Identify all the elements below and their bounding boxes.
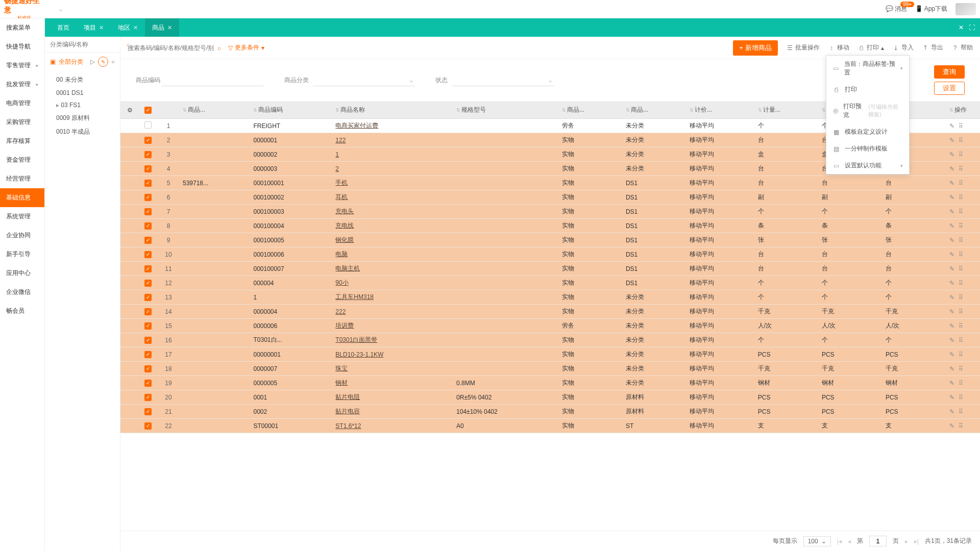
row-checkbox[interactable]: ✓ xyxy=(144,351,152,358)
edit-icon[interactable]: ✎ xyxy=(949,222,954,230)
col-settings[interactable]: ⚙ xyxy=(120,102,139,119)
more-icon[interactable]: ⠿ xyxy=(959,422,963,430)
sidebar-item[interactable]: 畅会员 xyxy=(0,302,44,320)
more-icon[interactable]: ⠿ xyxy=(959,237,963,244)
more-icon[interactable]: ⠿ xyxy=(959,265,963,272)
col-select-all[interactable]: ✓ xyxy=(139,102,157,119)
table-row[interactable]: ✓200001贴片电阻0R±5% 0402实物原材料移动平均PCSPCSPCS✎… xyxy=(120,390,980,405)
table-row[interactable]: ✓210002贴片电容104±10% 0402实物原材料移动平均PCSPCSPC… xyxy=(120,405,980,419)
product-name-link[interactable]: 培训费 xyxy=(335,322,354,329)
edit-icon[interactable]: ✎ xyxy=(949,308,954,315)
more-filters-link[interactable]: ▽ 更多条件 ▾ xyxy=(228,43,264,52)
table-row[interactable]: ✓6000100002耳机实物DS1移动平均副副副✎⠿ xyxy=(120,190,980,205)
dd-print[interactable]: ⎙打印 xyxy=(826,81,909,98)
product-name-link[interactable]: 1 xyxy=(335,151,339,158)
table-row[interactable]: ✓7000100003充电头实物DS1移动平均个个个✎⠿ xyxy=(120,205,980,219)
row-checkbox[interactable]: ✓ xyxy=(144,365,152,372)
pager-prev-icon[interactable]: ◂ xyxy=(848,538,851,545)
edit-icon[interactable]: ✎ xyxy=(949,337,954,344)
more-icon[interactable]: ⠿ xyxy=(959,322,963,330)
table-row[interactable]: ✓180000007珠宝实物未分类移动平均千克千克千克✎⠿ xyxy=(120,362,980,376)
sidebar-item[interactable]: 电商管理 xyxy=(0,94,44,113)
tree-item[interactable]: 0001 DS1 xyxy=(45,87,120,99)
tree-edit-button[interactable]: ✎ xyxy=(98,57,108,67)
edit-icon[interactable]: ✎ xyxy=(949,365,954,372)
product-name-link[interactable]: 2 xyxy=(335,165,339,172)
more-icon[interactable]: ⠿ xyxy=(959,165,963,172)
search-button[interactable]: 查询 xyxy=(934,65,965,79)
edit-icon[interactable]: ✎ xyxy=(949,137,954,144)
tree-item[interactable]: ▸ 03 FS1 xyxy=(45,99,120,111)
close-icon[interactable]: ✕ xyxy=(99,24,104,31)
row-checkbox[interactable]: ✓ xyxy=(144,265,152,272)
export-link[interactable]: ⤒导出 xyxy=(922,43,943,52)
product-name-link[interactable]: 电脑主机 xyxy=(335,265,360,272)
table-row[interactable]: ✓9000100005钢化膜实物DS1移动平均张张张✎⠿ xyxy=(120,233,980,247)
product-name-link[interactable]: 钢材 xyxy=(335,379,348,386)
dd-template-custom[interactable]: ▦模板自定义设计 xyxy=(826,123,909,140)
edit-icon[interactable]: ✎ xyxy=(949,294,954,301)
page-size-select[interactable]: 100⌄ xyxy=(803,536,831,546)
edit-icon[interactable]: ✎ xyxy=(949,280,954,287)
more-icon[interactable]: ⠿ xyxy=(959,151,963,158)
sidebar-item[interactable]: 应用中心 xyxy=(0,264,44,283)
edit-icon[interactable]: ✎ xyxy=(949,180,954,187)
sidebar-item[interactable]: 资金管理 xyxy=(0,151,44,169)
batch-ops-link[interactable]: ☰批量操作 xyxy=(786,43,820,52)
sidebar-item[interactable]: 新手引导 xyxy=(0,245,44,264)
sidebar-item[interactable]: 系统管理 xyxy=(0,207,44,226)
edit-icon[interactable]: ✎ xyxy=(949,322,954,330)
help-link[interactable]: ?帮助 xyxy=(951,43,973,52)
row-checkbox[interactable]: ✓ xyxy=(144,208,152,215)
more-icon[interactable]: ⠿ xyxy=(959,365,963,372)
app-download-link[interactable]: 📱 App下载 xyxy=(915,5,947,13)
more-icon[interactable]: ⠿ xyxy=(959,408,963,415)
row-checkbox[interactable]: ✓ xyxy=(144,237,152,244)
filter-code-input[interactable] xyxy=(162,74,264,86)
table-row[interactable]: ✓150000006培训费劳务未分类移动平均人/次人/次人/次✎⠿ xyxy=(120,319,980,333)
row-checkbox[interactable]: ✓ xyxy=(144,422,152,430)
row-checkbox[interactable]: ✓ xyxy=(144,165,152,172)
dd-print-preview[interactable]: ◎打印预览(可编辑当前模板) xyxy=(826,98,909,123)
edit-icon[interactable]: ✎ xyxy=(949,208,954,215)
product-name-link[interactable]: 充电头 xyxy=(335,208,354,215)
dd-one-minute-template[interactable]: ▤一分钟制作模板 xyxy=(826,140,909,157)
table-row[interactable]: ✓5539718...000100001手机实物DS1移动平均台台台✎⠿ xyxy=(120,176,980,190)
sidebar-item[interactable]: 采购管理 xyxy=(0,113,44,132)
row-checkbox[interactable]: ✓ xyxy=(144,222,152,230)
sidebar-item[interactable]: 库存核算 xyxy=(0,132,44,151)
tab[interactable]: 首页 xyxy=(50,18,77,37)
company-selector[interactable]: ⌄ xyxy=(54,6,63,13)
pager-next-icon[interactable]: ▸ xyxy=(905,538,908,545)
table-row[interactable]: ✓190000005钢材0.8MM实物未分类移动平均钢材钢材钢材✎⠿ xyxy=(120,376,980,390)
table-row[interactable]: ✓11000100007电脑主机实物DS1移动平均台台台✎⠿ xyxy=(120,262,980,276)
row-checkbox[interactable]: ✓ xyxy=(144,180,152,187)
edit-icon[interactable]: ✎ xyxy=(949,408,954,415)
column-header[interactable]: ⇅规格型号 xyxy=(453,102,559,119)
import-link[interactable]: ⤓导入 xyxy=(892,43,914,52)
settings-button[interactable]: 设置 xyxy=(934,82,965,95)
product-name-link[interactable]: 耳机 xyxy=(335,193,348,201)
row-checkbox[interactable]: ✓ xyxy=(144,337,152,344)
filter-category-select[interactable]: ⌄ xyxy=(313,74,415,86)
column-header[interactable]: ⇅商品... xyxy=(559,102,623,119)
more-icon[interactable]: ⠿ xyxy=(959,208,963,215)
messages-link[interactable]: 💬 消息 99+ xyxy=(886,5,907,13)
print-link[interactable]: ⎙打印 ▴ xyxy=(857,43,884,52)
collapse-tree-icon[interactable]: « xyxy=(111,58,115,65)
edit-icon[interactable]: ✎ xyxy=(949,251,954,258)
close-icon[interactable]: ✕ xyxy=(167,24,172,31)
dd-current-template[interactable]: ▭当前：商品标签-预置▾ xyxy=(826,56,909,81)
column-header[interactable]: ⇅商品编码 xyxy=(250,102,332,119)
more-icon[interactable]: ⠿ xyxy=(959,351,963,358)
product-name-link[interactable]: ST1.6*12 xyxy=(335,422,361,430)
product-name-link[interactable]: 电脑 xyxy=(335,251,348,258)
more-icon[interactable]: ⠿ xyxy=(959,308,963,315)
more-icon[interactable]: ⠿ xyxy=(959,394,963,401)
tree-item[interactable]: 0010 半成品 xyxy=(45,125,120,139)
product-name-link[interactable]: T0301白面黑带 xyxy=(335,336,377,343)
edit-icon[interactable]: ✎ xyxy=(949,394,954,401)
pager-page-input[interactable] xyxy=(869,536,887,546)
more-icon[interactable]: ⠿ xyxy=(959,251,963,258)
tab[interactable]: 项目✕ xyxy=(77,18,111,37)
